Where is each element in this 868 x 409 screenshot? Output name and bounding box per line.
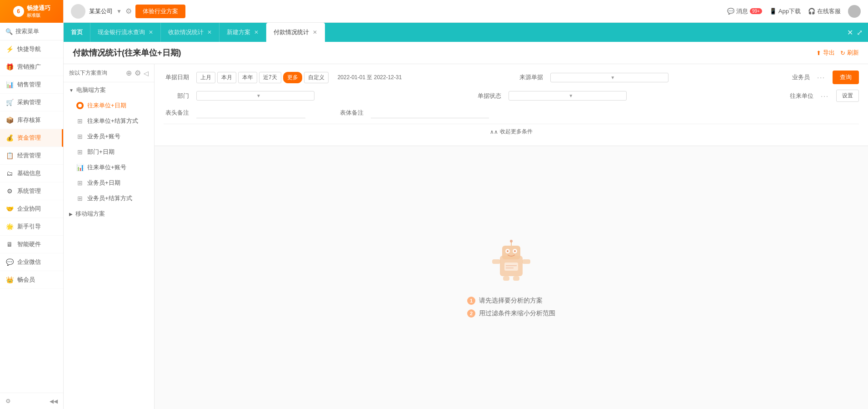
dept-label: 部门: [164, 92, 189, 100]
staff-dots[interactable]: ···: [817, 74, 825, 81]
scheme-staff-settle-icon: ⊞: [76, 195, 84, 202]
date-btn-this-year[interactable]: 本年: [238, 72, 257, 83]
message-action[interactable]: 💬 消息 99+: [727, 7, 762, 15]
sidebar-item-purchase[interactable]: 🛒 采购管理: [0, 94, 63, 111]
date-btn-this-month[interactable]: 本月: [217, 72, 236, 83]
desktop-group-header[interactable]: ▼ 电脑端方案: [64, 82, 154, 98]
right-panel: 单据日期 上月 本月 本年 近7天 更多 自定义 2022-01-01 至 20…: [155, 64, 868, 409]
tab-new-scheme[interactable]: 新建方案 ✕: [219, 23, 266, 42]
search-menu-label: 搜索菜单: [15, 27, 39, 35]
inventory-label: 库存核算: [17, 116, 41, 124]
export-btn[interactable]: ⬆ 导出: [816, 49, 835, 57]
scheme-staff-account-label: 业务员+账号: [87, 132, 120, 141]
sales-label: 销售管理: [17, 81, 41, 89]
sidebar-item-guide[interactable]: 🌟 新手引导: [0, 218, 63, 236]
tab-new-scheme-close-icon[interactable]: ✕: [254, 29, 259, 35]
scheme-item-unit-settle[interactable]: ⊞ 往来单位+结算方式: [64, 113, 154, 129]
tab-payment[interactable]: 付款情况统计 ✕: [266, 23, 325, 42]
voucher-status-select[interactable]: ▼: [509, 91, 627, 101]
capital-label: 资金管理: [17, 134, 41, 142]
collapse-label: 收起更多条件: [500, 128, 533, 136]
dept-select[interactable]: ▼: [196, 91, 314, 101]
sidebar-item-operation[interactable]: 📋 经营管理: [0, 147, 63, 165]
sidebar-item-capital[interactable]: 💰 资金管理: [0, 129, 63, 147]
source-chevron-icon: ▼: [610, 75, 663, 80]
scheme-item-staff-date[interactable]: ⊞ 业务员+日期: [64, 175, 154, 191]
tab-close-all-icon[interactable]: ✕: [847, 28, 853, 37]
sidebar-item-quick-nav[interactable]: ⚡ 快捷导航: [0, 40, 63, 58]
refresh-btn[interactable]: ↻ 刷新: [840, 49, 859, 57]
bottom-collapse-icon[interactable]: ◀◀: [50, 398, 58, 404]
scheme-panel-title: 按以下方案查询: [69, 69, 107, 77]
scheme-unit-date-label: 往来单位+日期: [87, 101, 126, 110]
svg-rect-10: [522, 259, 530, 264]
scheme-item-dept-date[interactable]: ⊞ 部门+日期: [64, 144, 154, 160]
guide-label: 新手引导: [17, 222, 41, 231]
mobile-group-header[interactable]: ▶ 移动端方案: [64, 206, 154, 222]
sidebar-item-hardware[interactable]: 🖥 智能硬件: [0, 236, 63, 253]
brand-edition: 标准版: [27, 12, 50, 19]
counterpart-dots[interactable]: ···: [821, 92, 829, 100]
online-service-action[interactable]: 🎧 在线客服: [808, 7, 841, 15]
nav-list: ⚡ 快捷导航 🎁 营销推广 📊 销售管理 🛒 采购管理 📦 库存核算 💰 资金管…: [0, 40, 63, 289]
search-icon: 🔍: [5, 28, 13, 35]
service-icon: 🎧: [808, 8, 815, 15]
sidebar-item-inventory[interactable]: 📦 库存核算: [0, 111, 63, 129]
sidebar-item-marketing[interactable]: 🎁 营销推广: [0, 58, 63, 76]
date-btn-last-month[interactable]: 上月: [196, 72, 215, 83]
source-select[interactable]: ▼: [550, 73, 668, 82]
sidebar-item-sales[interactable]: 📊 销售管理: [0, 76, 63, 94]
tab-payment-close-icon[interactable]: ✕: [313, 29, 317, 35]
scheme-panel-actions: ⊕ ⚙ ◁: [126, 69, 149, 77]
table-body-note-input[interactable]: [371, 107, 489, 118]
purchase-label: 采购管理: [17, 98, 41, 106]
app-icon: 📱: [769, 8, 777, 15]
scheme-item-staff-account[interactable]: ⊞ 业务员+账号: [64, 129, 154, 144]
scheme-dept-date-icon: ⊞: [76, 148, 84, 156]
tab-maximize-icon[interactable]: ⤢: [857, 28, 863, 37]
sidebar-item-member[interactable]: 👑 畅会员: [0, 271, 63, 289]
scheme-item-unit-date[interactable]: 往来单位+日期: [64, 98, 154, 113]
scheme-item-unit-account[interactable]: 📊 往来单位+账号: [64, 160, 154, 175]
page-actions: ⬆ 导出 ↻ 刷新: [816, 49, 859, 57]
app-download-action[interactable]: 📱 App下载: [769, 7, 801, 15]
scheme-add-icon[interactable]: ⊕: [126, 69, 132, 77]
date-btn-custom[interactable]: 自定义: [304, 72, 329, 83]
table-header-note-input[interactable]: [196, 107, 305, 118]
sidebar-item-basic[interactable]: 🗂 基础信息: [0, 165, 63, 182]
topbar-settings-icon[interactable]: ⚙: [125, 7, 132, 15]
scheme-settings-icon[interactable]: ⚙: [135, 69, 141, 77]
page-header: 付款情况统计(往来单位+日期) ⬆ 导出 ↻ 刷新: [64, 42, 868, 64]
date-btn-7days[interactable]: 近7天: [259, 72, 281, 83]
scheme-item-staff-settle[interactable]: ⊞ 业务员+结算方式: [64, 191, 154, 206]
company-dropdown-icon[interactable]: ▼: [116, 8, 122, 15]
search-menu[interactable]: 🔍 搜索菜单: [0, 23, 63, 40]
tab-bank[interactable]: 现金银行流水查询 ✕: [90, 23, 161, 42]
tabs-end-actions: ✕ ⤢: [842, 28, 868, 37]
tab-payment-label: 付款情况统计: [274, 28, 309, 36]
tab-bank-close-icon[interactable]: ✕: [149, 29, 153, 35]
table-header-note-label: 表头备注: [164, 109, 189, 117]
tab-receipt[interactable]: 收款情况统计 ✕: [161, 23, 219, 42]
scheme-panel: 按以下方案查询 ⊕ ⚙ ◁ ▼ 电脑端方案: [64, 64, 155, 409]
filter-collapse-btn[interactable]: ∧∧ 收起更多条件: [164, 124, 859, 139]
sidebar-item-wechat[interactable]: 💬 企业微信: [0, 253, 63, 271]
hardware-label: 智能硬件: [17, 240, 41, 248]
tab-receipt-close-icon[interactable]: ✕: [207, 29, 212, 35]
bottom-settings-icon[interactable]: ⚙: [5, 398, 11, 404]
filter-row-1: 单据日期 上月 本月 本年 近7天 更多 自定义 2022-01-01 至 20…: [164, 71, 859, 84]
date-btn-more[interactable]: 更多: [283, 72, 302, 83]
sidebar-item-enterprise[interactable]: 🤝 企业协同: [0, 200, 63, 218]
svg-rect-2: [502, 246, 520, 259]
guide-icon: 🌟: [5, 222, 14, 231]
scheme-collapse-icon[interactable]: ◁: [144, 70, 149, 77]
trial-btn[interactable]: 体验行业方案: [135, 5, 185, 18]
sidebar-item-system[interactable]: ⚙ 系统管理: [0, 182, 63, 200]
user-avatar[interactable]: [848, 5, 861, 18]
mobile-arrow-icon: ▶: [69, 212, 73, 217]
tab-home[interactable]: 首页: [64, 23, 90, 42]
topbar-left: 某某公司 ▼ ⚙ 体验行业方案: [71, 4, 722, 19]
tab-bar: 首页 现金银行流水查询 ✕ 收款情况统计 ✕ 新建方案 ✕ 付款情况统计 ✕ ✕…: [64, 23, 868, 42]
query-btn[interactable]: 查询: [833, 71, 859, 84]
settings-btn[interactable]: 设置: [836, 90, 859, 102]
